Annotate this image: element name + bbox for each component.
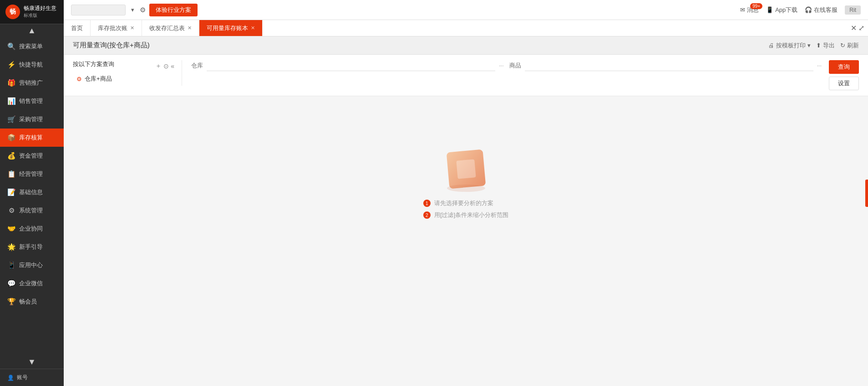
- tab-batch-close[interactable]: ✕: [130, 25, 134, 31]
- goods-input[interactable]: [525, 60, 813, 71]
- top-gear-icon[interactable]: ⚙: [140, 6, 146, 14]
- tab-summary[interactable]: 收发存汇总表 ✕: [142, 20, 199, 36]
- sidebar-sales-label: 销售管理: [19, 97, 43, 105]
- filter-row-warehouse: 仓库 ··· 商品 ···: [191, 60, 822, 71]
- export-btn[interactable]: ⬆ 导出: [816, 41, 835, 50]
- sidebar-bottom-user[interactable]: 👤 账号: [0, 369, 64, 386]
- sidebar-item-cooperation[interactable]: 🤝 企业协同: [0, 220, 64, 238]
- sidebar-cooperation-icon: 🤝: [7, 225, 15, 233]
- filter-field-warehouse: 仓库 ···: [191, 60, 504, 71]
- warehouse-input[interactable]: [207, 60, 495, 71]
- sidebar-item-member[interactable]: 🏆 畅会员: [0, 293, 64, 311]
- user-label: 账号: [17, 374, 28, 381]
- sidebar-item-purchase[interactable]: 🛒 采购管理: [0, 110, 64, 129]
- tip-text-2: 用[过滤]条件来缩小分析范围: [434, 211, 508, 219]
- sidebar-item-sales[interactable]: 📊 销售管理: [0, 92, 64, 110]
- sidebar-search-icon: 🔍: [7, 42, 15, 51]
- empty-icon: [443, 146, 489, 192]
- sidebar-system-icon: ⚙: [7, 206, 15, 215]
- sidebar-item-basic[interactable]: 📝 基础信息: [0, 183, 64, 201]
- sidebar-item-inventory[interactable]: 📦 库存核算: [0, 129, 64, 147]
- tab-batch[interactable]: 库存批次账 ✕: [91, 20, 142, 36]
- export-icon: ⬆: [816, 42, 821, 49]
- sidebar-item-marketing[interactable]: 🎁 营销推广: [0, 74, 64, 92]
- tab-batch-label: 库存批次账: [98, 24, 127, 32]
- sidebar-guide-label: 新手引导: [19, 243, 43, 251]
- filter-fields-panel: 仓库 ··· 商品 ··· 查询: [182, 60, 859, 90]
- tab-available[interactable]: 可用量库存账本 ✕: [199, 20, 263, 36]
- goods-field-label: 商品: [509, 62, 521, 70]
- tab-summary-close[interactable]: ✕: [188, 25, 192, 31]
- filter-settings-icon-btn[interactable]: ⊙: [163, 62, 169, 70]
- column-settings-btn[interactable]: 设置: [829, 77, 859, 90]
- app-edition: 标准版: [24, 12, 56, 19]
- sidebar-apps-icon: 📱: [7, 261, 15, 269]
- sidebar-item-search[interactable]: 🔍 搜索菜单: [0, 37, 64, 56]
- tab-available-close[interactable]: ✕: [251, 25, 255, 31]
- app-label: App下载: [775, 6, 797, 14]
- export-label: 导出: [823, 41, 835, 50]
- filter-scheme-warehouse-goods[interactable]: ⚙ 仓库+商品: [73, 72, 174, 86]
- warehouse-more-btn[interactable]: ···: [499, 62, 503, 69]
- goods-more-btn[interactable]: ···: [817, 62, 822, 69]
- query-btn[interactable]: 查询: [829, 60, 859, 74]
- scheme-icon: ⚙: [76, 76, 82, 82]
- filter-add-btn[interactable]: ＋: [155, 62, 162, 70]
- service-icon: 🎧: [805, 6, 812, 13]
- top-search-input[interactable]: [71, 5, 126, 15]
- trial-btn[interactable]: 体验行业方案: [149, 4, 198, 16]
- user-avatar[interactable]: Rit: [845, 5, 861, 15]
- sidebar-finance-icon: 💰: [7, 152, 15, 160]
- filter-btn-row: 查询 设置: [825, 60, 859, 90]
- msg-btn[interactable]: ✉ 消息 99+: [740, 6, 759, 14]
- filter-label-row: 按以下方案查询 ＋ ⊙ «: [73, 60, 174, 72]
- page-content: 可用量查询(按仓库+商品) 🖨 按模板打印 ▾ ⬆ 导出 ↻ 刷新: [64, 36, 868, 386]
- sidebar-inventory-icon: 📦: [7, 134, 15, 142]
- sidebar-item-operations[interactable]: 📋 经营管理: [0, 165, 64, 183]
- print-icon: 🖨: [768, 42, 774, 49]
- tip-text-1: 请先选择要分析的方案: [434, 199, 493, 207]
- tab-window-actions: ✕ ⤢: [847, 24, 868, 32]
- app-logo: 畅: [5, 5, 20, 19]
- sidebar-item-apps[interactable]: 📱 应用中心: [0, 256, 64, 274]
- sidebar-item-system[interactable]: ⚙ 系统管理: [0, 201, 64, 220]
- sidebar-member-icon: 🏆: [7, 298, 15, 306]
- empty-box-inner: [456, 159, 476, 179]
- sidebar-item-guide[interactable]: 🌟 新手引导: [0, 238, 64, 256]
- filter-section-label: 按以下方案查询: [73, 60, 114, 68]
- sidebar-item-shortcuts[interactable]: ⚡ 快捷导航: [0, 56, 64, 74]
- empty-tip-2: 2 用[过滤]条件来缩小分析范围: [423, 211, 508, 219]
- filter-actions: ＋ ⊙ «: [155, 62, 174, 70]
- tab-close-btn[interactable]: ✕: [851, 24, 857, 32]
- tip-num-2: 2: [423, 211, 431, 219]
- tab-home[interactable]: 首页: [64, 20, 91, 36]
- sidebar-search-label: 搜索菜单: [19, 42, 43, 51]
- sidebar-scroll-down[interactable]: ▼: [0, 355, 64, 369]
- sidebar-scroll-up[interactable]: ▲: [0, 24, 64, 37]
- online-service-btn[interactable]: 🎧 在线客服: [805, 6, 838, 14]
- tab-expand-btn[interactable]: ⤢: [858, 24, 864, 32]
- refresh-icon: ↻: [840, 42, 845, 49]
- warehouse-field-label: 仓库: [191, 62, 203, 70]
- sidebar-operations-icon: 📋: [7, 170, 15, 178]
- sidebar-item-finance[interactable]: 💰 资金管理: [0, 147, 64, 165]
- page-header-actions: 🖨 按模板打印 ▾ ⬆ 导出 ↻ 刷新: [768, 41, 859, 50]
- sidebar-wechat-label: 企业微信: [19, 279, 43, 288]
- empty-box-shadow: [447, 185, 485, 192]
- app-download-btn[interactable]: 📱 App下载: [766, 6, 797, 14]
- sidebar-wechat-icon: 💬: [7, 279, 15, 288]
- right-edge-handle[interactable]: [865, 180, 868, 207]
- refresh-btn[interactable]: ↻ 刷新: [840, 41, 859, 50]
- sidebar-system-label: 系统管理: [19, 206, 43, 215]
- sidebar-shortcuts-icon: ⚡: [7, 61, 15, 69]
- print-btn[interactable]: 🖨 按模板打印 ▾: [768, 41, 811, 50]
- sidebar-shortcuts-label: 快捷导航: [19, 61, 43, 69]
- sidebar-marketing-label: 营销推广: [19, 79, 43, 87]
- sidebar-cooperation-label: 企业协同: [19, 225, 43, 233]
- sidebar-guide-icon: 🌟: [7, 243, 15, 251]
- top-search-dropdown[interactable]: ▾: [129, 6, 136, 13]
- tip-num-1: 1: [423, 200, 431, 207]
- sidebar: 畅 畅康通好生意 标准版 ▲ 🔍 搜索菜单 ⚡ 快捷导航 🎁 营销推广 📊 销售…: [0, 0, 64, 386]
- sidebar-item-wechat[interactable]: 💬 企业微信: [0, 274, 64, 293]
- filter-collapse-btn[interactable]: «: [171, 62, 174, 70]
